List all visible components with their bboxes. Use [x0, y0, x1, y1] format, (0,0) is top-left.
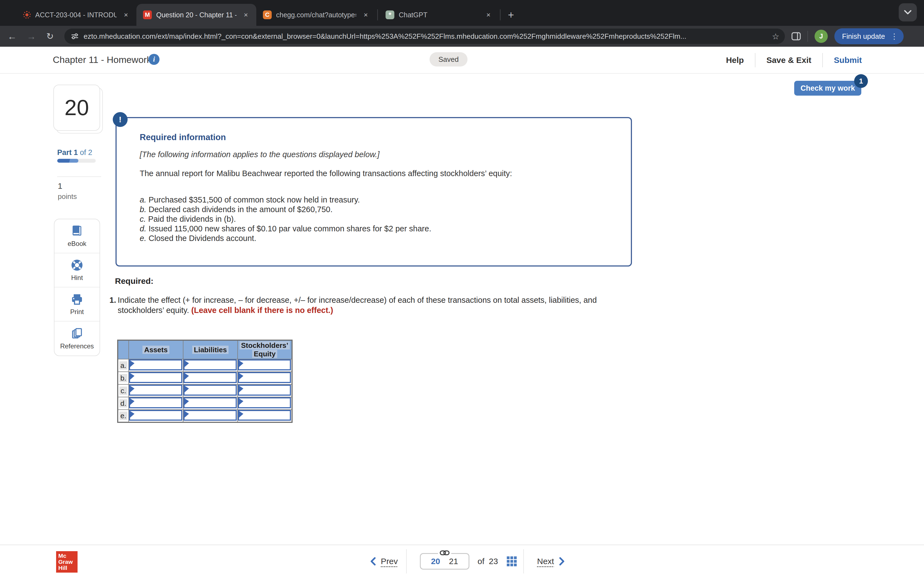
- table-row: d.: [118, 397, 292, 410]
- check-attempts-badge: 1: [854, 74, 868, 88]
- transaction-list: a. Purchased $351,500 of common stock no…: [140, 195, 614, 243]
- row-label: a.: [118, 359, 129, 372]
- printer-icon: [70, 293, 84, 306]
- points-value: 1: [58, 181, 62, 191]
- transaction-item: b. Declared cash dividends in the amount…: [140, 205, 614, 214]
- book-icon: [70, 224, 84, 238]
- effect-input-d-liabilities[interactable]: [183, 397, 237, 408]
- prev-button[interactable]: Prev: [370, 557, 398, 566]
- effect-input-b-equity[interactable]: [238, 372, 291, 383]
- effect-input-c-assets[interactable]: [129, 385, 183, 396]
- instruction-warning: (Leave cell blank if there is no effect.…: [191, 306, 333, 314]
- tab-canvas-course[interactable]: ACCT-203-004 - INTRODUC ×: [16, 4, 136, 26]
- effect-input-a-assets[interactable]: [129, 359, 183, 371]
- references-button[interactable]: References: [55, 321, 100, 356]
- finish-update-button[interactable]: Finish update ⋮: [834, 28, 904, 44]
- current-page[interactable]: 20: [431, 557, 440, 566]
- row-label: e.: [118, 410, 129, 422]
- references-label: References: [60, 342, 94, 350]
- dropdown-marker-icon: [184, 411, 189, 417]
- address-bar[interactable]: ezto.mheducation.com/ext/map/index.html?…: [65, 29, 785, 44]
- effect-input-d-equity[interactable]: [238, 397, 291, 408]
- table-corner-cell: [118, 340, 129, 359]
- resources-panel: eBook Hint Print: [54, 219, 100, 356]
- effect-input-b-liabilities[interactable]: [183, 372, 237, 383]
- tab-close-icon[interactable]: ×: [241, 10, 251, 20]
- required-information-heading: Required information: [140, 132, 614, 142]
- of-label: of: [478, 557, 485, 566]
- dropdown-marker-icon: [130, 361, 134, 367]
- page-number-box[interactable]: 20 21: [420, 553, 469, 570]
- save-exit-button[interactable]: Save & Exit: [766, 55, 811, 65]
- submit-button[interactable]: Submit: [834, 55, 862, 65]
- browser-toolbar: ← → ↻ ezto.mheducation.com/ext/map/index…: [0, 26, 924, 47]
- part-indicator: Part 1 of 2: [57, 148, 92, 157]
- effect-input-a-equity[interactable]: [238, 359, 291, 371]
- site-settings-icon: [71, 32, 79, 40]
- effect-input-d-assets[interactable]: [129, 397, 183, 408]
- hint-label: Hint: [71, 274, 83, 282]
- ebook-button[interactable]: eBook: [55, 219, 100, 253]
- tab-chegg[interactable]: C chegg.com/chat?autotype=p ×: [256, 4, 376, 26]
- effect-input-e-assets[interactable]: [129, 410, 183, 421]
- question-map-button[interactable]: [507, 556, 517, 566]
- profile-avatar[interactable]: J: [814, 30, 828, 43]
- effect-input-c-liabilities[interactable]: [183, 385, 237, 396]
- linked-page: 21: [449, 557, 458, 566]
- dropdown-marker-icon: [184, 361, 189, 367]
- back-button[interactable]: ←: [5, 30, 19, 43]
- help-button[interactable]: Help: [726, 55, 744, 65]
- check-my-work-label: Check my work: [801, 84, 855, 93]
- tab-question-20[interactable]: M Question 20 - Chapter 11 - H ×: [136, 4, 256, 26]
- effect-input-a-liabilities[interactable]: [183, 359, 237, 371]
- screen: ACCT-203-004 - INTRODUC × M Question 20 …: [0, 0, 924, 577]
- tab-close-icon[interactable]: ×: [483, 10, 493, 20]
- tab-chatgpt[interactable]: * ChatGPT ×: [379, 4, 499, 26]
- check-my-work-button[interactable]: Check my work 1: [794, 81, 861, 96]
- instruction-1: 1.Indicate the effect (+ for increase, –…: [110, 295, 599, 316]
- bookmark-star-icon[interactable]: ☆: [772, 32, 779, 41]
- dropdown-marker-icon: [239, 411, 243, 417]
- table-row: b.: [118, 372, 292, 384]
- ebook-label: eBook: [68, 240, 86, 248]
- forward-button[interactable]: →: [25, 30, 38, 43]
- tab-close-icon[interactable]: ×: [121, 10, 131, 20]
- browser-menu-icon[interactable]: ⋮: [888, 32, 900, 41]
- finish-update-label: Finish update: [842, 32, 885, 41]
- side-panel-icon[interactable]: [792, 32, 801, 40]
- hint-button[interactable]: Hint: [55, 253, 100, 287]
- effect-input-c-equity[interactable]: [238, 385, 291, 396]
- chevron-right-icon: [559, 557, 565, 566]
- canvas-favicon-icon: [23, 11, 31, 19]
- assignment-title: Chapter 11 - Homework: [53, 55, 151, 65]
- instruction-number: 1.: [110, 295, 116, 305]
- transaction-item: c. Paid the dividends in (b).: [140, 214, 614, 224]
- chevron-down-icon: [904, 10, 912, 15]
- part-progress-bar: [57, 159, 96, 163]
- part-label: Part 1: [57, 148, 78, 156]
- dropdown-marker-icon: [239, 373, 243, 380]
- effects-table: Assets Liabilities Stockholders’ Equity …: [117, 340, 292, 423]
- reload-button[interactable]: ↻: [44, 30, 57, 43]
- effect-input-e-liabilities[interactable]: [183, 410, 237, 421]
- dropdown-marker-icon: [130, 398, 134, 405]
- link-icon: [438, 550, 451, 556]
- new-tab-button[interactable]: +: [504, 8, 518, 22]
- print-button[interactable]: Print: [55, 287, 100, 321]
- transaction-item: d. Issued 115,000 new shares of $0.10 pa…: [140, 224, 614, 234]
- alert-badge-icon: !: [113, 112, 128, 127]
- chatgpt-favicon-icon: *: [386, 10, 394, 19]
- effect-input-e-equity[interactable]: [238, 410, 291, 421]
- tab-title: chegg.com/chat?autotype=p: [276, 11, 356, 19]
- next-button[interactable]: Next: [537, 557, 565, 566]
- chevron-left-icon: [370, 557, 376, 566]
- tab-close-icon[interactable]: ×: [361, 10, 371, 20]
- print-label: Print: [70, 308, 84, 316]
- footer-divider: [406, 549, 407, 574]
- tab-search-button[interactable]: [899, 3, 917, 21]
- tab-title: Question 20 - Chapter 11 - H: [156, 11, 236, 19]
- info-icon[interactable]: i: [149, 54, 160, 65]
- effect-input-b-assets[interactable]: [129, 372, 183, 383]
- dropdown-marker-icon: [239, 361, 243, 367]
- dropdown-marker-icon: [130, 373, 134, 380]
